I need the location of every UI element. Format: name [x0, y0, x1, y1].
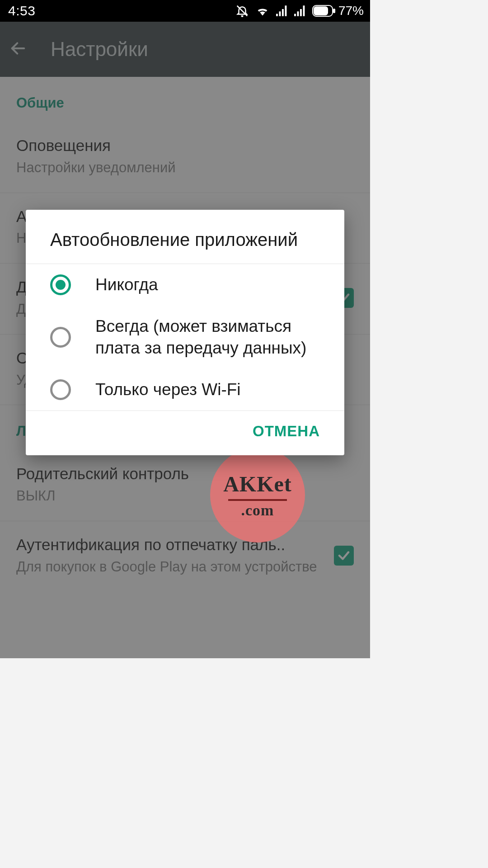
wifi-icon — [255, 5, 270, 17]
signal-sim2-icon — [294, 5, 306, 16]
radio-option-never[interactable]: Никогда — [26, 264, 344, 306]
dialog-actions: ОТМЕНА — [26, 410, 344, 455]
dialog-title: Автообновление приложений — [26, 210, 344, 264]
radio-icon — [50, 327, 71, 348]
radio-option-always[interactable]: Всегда (может взиматься плата за передач… — [26, 306, 344, 369]
svg-rect-3 — [333, 9, 335, 13]
watermark: AKKet .com — [210, 448, 305, 542]
cancel-button[interactable]: ОТМЕНА — [253, 423, 320, 440]
radio-label: Никогда — [95, 274, 158, 296]
auto-update-dialog: Автообновление приложений Никогда Всегда… — [26, 210, 344, 455]
radio-label: Только через Wi-Fi — [95, 379, 241, 401]
battery-icon — [312, 5, 336, 17]
status-icons: 77% — [235, 4, 364, 18]
watermark-line1: AKKet — [223, 472, 292, 496]
radio-icon — [50, 274, 71, 295]
status-time: 4:53 — [8, 3, 35, 19]
radio-option-wifi[interactable]: Только через Wi-Fi — [26, 369, 344, 410]
radio-label: Всегда (может взиматься плата за передач… — [95, 316, 320, 359]
watermark-divider — [228, 499, 287, 501]
svg-rect-2 — [314, 6, 328, 15]
do-not-disturb-icon — [235, 4, 249, 18]
signal-sim1-icon — [276, 5, 288, 16]
status-bar: 4:53 77% — [0, 0, 370, 22]
watermark-line2: .com — [241, 502, 274, 519]
radio-icon — [50, 379, 71, 400]
battery-percentage: 77% — [338, 4, 364, 18]
